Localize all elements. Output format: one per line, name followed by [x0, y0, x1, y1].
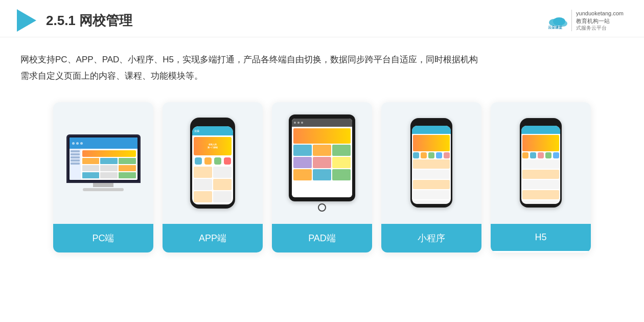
logo-tagline1: 教育机构一站 [576, 17, 624, 25]
pc-mockup [66, 134, 141, 191]
h5-banner [522, 135, 559, 151]
pc-topbar [70, 137, 137, 149]
header-right: 云朵课堂 yunduoketang.com 教育机构一站 式服务云平台 [546, 10, 624, 31]
phone-notch [205, 122, 220, 125]
logo-text: yunduoketang.com 教育机构一站 式服务云平台 [571, 10, 624, 31]
card-pc-image [53, 102, 153, 224]
phone-icons-row [194, 156, 232, 166]
logo-site: yunduoketang.com [576, 10, 624, 17]
card-h5: H5 [491, 102, 591, 252]
h5-cards [522, 159, 559, 204]
title-bold: 网校管理 [79, 13, 132, 28]
pad-home-button [318, 203, 326, 212]
card-mini-label: 小程序 [381, 224, 481, 252]
card-pad: PAD端 [272, 102, 372, 252]
pc-row [82, 158, 136, 164]
desc-line2: 需求自定义页面上的内容、课程、功能模块等。 [20, 68, 624, 84]
pc-dot [80, 142, 83, 145]
card-pad-label: PAD端 [272, 224, 372, 252]
pc-screen-outer [66, 134, 141, 183]
h5-topbar [521, 126, 560, 134]
logo: 云朵课堂 yunduoketang.com 教育机构一站 式服务云平台 [546, 10, 624, 31]
header: 2.5.1 网校管理 云朵课堂 yunduoketang.com 教育机构一站 … [0, 0, 644, 37]
phone-mockup: 云朵 创造人的第一门课程 [190, 118, 235, 209]
mini-body [412, 134, 451, 204]
pc-banner [82, 150, 136, 157]
pad-banner [293, 128, 351, 144]
h5-body [521, 134, 560, 204]
card-pc-label: PC端 [53, 224, 153, 252]
header-left: 2.5.1 网校管理 [15, 9, 132, 32]
phone-outer: 云朵 创造人的第一门课程 [190, 118, 235, 209]
description: 网校支持PC、APP、PAD、小程序、H5，实现多端打通，产品各终端自由切换，数… [0, 37, 644, 90]
mini-cards [413, 159, 450, 204]
card-mini-image [381, 102, 481, 224]
play-triangle-icon [17, 9, 36, 32]
card-app: 云朵 创造人的第一门课程 [163, 102, 263, 252]
pc-row2 [82, 165, 136, 171]
h5-icons [522, 152, 559, 158]
phone-screen: 云朵 创造人的第一门课程 [192, 126, 233, 204]
page-title: 2.5.1 网校管理 [46, 12, 132, 30]
h5-screen [521, 126, 560, 204]
svg-text:云朵课堂: 云朵课堂 [548, 25, 563, 29]
pc-sidebar [70, 149, 81, 180]
desc-line1: 网校支持PC、APP、PAD、小程序、H5，实现多端打通，产品各终端自由切换，数… [20, 52, 624, 68]
phone-topbar: 云朵 [192, 126, 233, 135]
card-h5-image [491, 102, 591, 224]
pc-base [83, 188, 124, 191]
pad-mockup [289, 114, 355, 212]
page-wrapper: 2.5.1 网校管理 云朵课堂 yunduoketang.com 教育机构一站 … [0, 0, 644, 322]
phone-banner: 创造人的第一门课程 [194, 137, 232, 155]
pc-main [81, 149, 137, 180]
phone-card-row [194, 167, 232, 178]
phone-card-row3 [194, 191, 232, 202]
phone-card-row2 [194, 179, 232, 190]
card-pad-image [272, 102, 372, 224]
cards-section: PC端 云朵 创造人的第一门课程 [0, 90, 644, 268]
title-prefix: 2.5.1 [46, 13, 79, 28]
pc-screen-inner [70, 137, 137, 180]
h5-phone-mockup [520, 118, 562, 208]
pad-topbar [292, 119, 352, 127]
pad-outer [289, 114, 355, 201]
card-mini: 小程序 [381, 102, 481, 252]
mini-screen [412, 126, 451, 204]
mini-icons [413, 152, 450, 158]
play-icon [15, 9, 38, 32]
mini-topbar [412, 126, 451, 134]
pc-row3 [82, 172, 136, 178]
pad-body [292, 127, 352, 182]
pc-stand [93, 183, 113, 187]
pc-body [70, 149, 137, 180]
card-app-image: 云朵 创造人的第一门课程 [163, 102, 263, 224]
cloud-logo-icon: 云朵课堂 [546, 11, 568, 30]
card-pc: PC端 [53, 102, 153, 252]
h5-notch [535, 122, 547, 125]
mini-phone-mockup [410, 118, 452, 208]
phone-body: 创造人的第一门课程 [192, 135, 233, 204]
logo-tagline2: 式服务云平台 [576, 25, 624, 31]
mini-notch [425, 122, 438, 125]
h5-phone-outer [520, 118, 562, 208]
pad-screen [292, 119, 352, 197]
mini-phone-outer [410, 118, 452, 208]
mini-banner [413, 135, 450, 151]
pc-dot [76, 142, 79, 145]
pc-dot [72, 142, 75, 145]
pad-grid [293, 145, 351, 180]
card-h5-label: H5 [491, 224, 591, 251]
card-app-label: APP端 [163, 224, 263, 252]
